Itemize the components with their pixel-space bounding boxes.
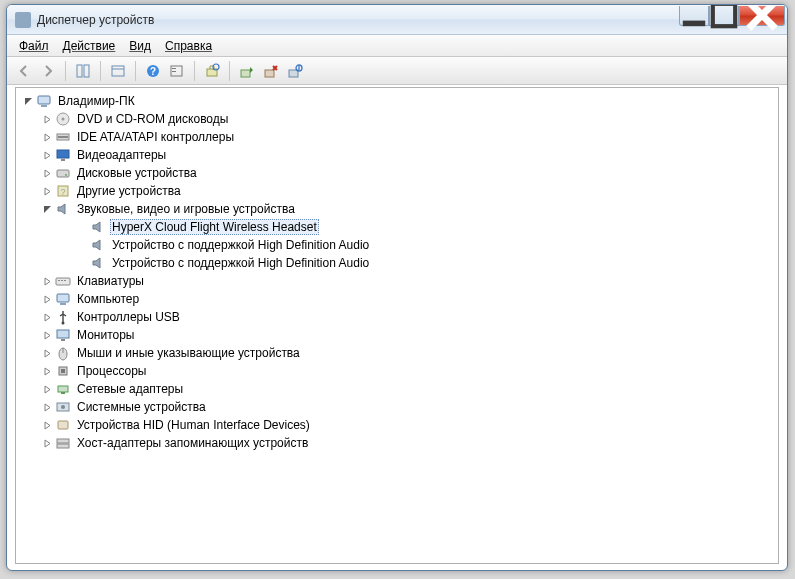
sound-icon [90, 255, 106, 271]
svg-rect-15 [289, 70, 298, 77]
scan-hardware-button[interactable] [201, 60, 223, 82]
tree-device-label: Устройство с поддержкой High Definition … [110, 255, 371, 271]
maximize-button[interactable] [709, 6, 739, 26]
svg-text:?: ? [150, 66, 156, 77]
menubar: Файл Действие Вид Справка [7, 35, 787, 57]
expander-icon[interactable] [41, 131, 53, 143]
expander-icon[interactable] [41, 365, 53, 377]
toolbar-separator [65, 61, 66, 81]
disable-button[interactable] [284, 60, 306, 82]
tree-category[interactable]: Устройства HID (Human Interface Devices) [18, 416, 776, 434]
disc-icon [55, 111, 71, 127]
svg-rect-37 [61, 339, 65, 341]
expander-none [76, 221, 88, 233]
expander-icon[interactable] [41, 113, 53, 125]
expander-none [76, 257, 88, 269]
expander-icon[interactable] [41, 149, 53, 161]
tree-category-label: DVD и CD-ROM дисководы [75, 111, 230, 127]
tree-category[interactable]: Звуковые, видео и игровые устройства [18, 200, 776, 218]
sound-icon [55, 201, 71, 217]
help-button[interactable]: ? [142, 60, 164, 82]
sound-icon [90, 219, 106, 235]
expander-icon[interactable] [41, 275, 53, 287]
expander-icon[interactable] [41, 311, 53, 323]
tree-category[interactable]: Видеоадаптеры [18, 146, 776, 164]
uninstall-button[interactable] [260, 60, 282, 82]
show-hide-tree-button[interactable] [72, 60, 94, 82]
titlebar[interactable]: Диспетчер устройств [7, 5, 787, 35]
other-icon: ? [55, 183, 71, 199]
tree-category[interactable]: Контроллеры USB [18, 308, 776, 326]
svg-rect-10 [172, 71, 176, 72]
expander-icon[interactable] [41, 293, 53, 305]
tree-category[interactable]: Мыши и иные указывающие устройства [18, 344, 776, 362]
expander-icon[interactable] [41, 185, 53, 197]
expander-icon[interactable] [22, 95, 34, 107]
tree-category-label: Хост-адаптеры запоминающих устройств [75, 435, 310, 451]
tree-category-label: Компьютер [75, 291, 141, 307]
svg-rect-18 [41, 105, 47, 107]
toolbar-separator [229, 61, 230, 81]
tree-category[interactable]: Мониторы [18, 326, 776, 344]
mouse-icon [55, 345, 71, 361]
svg-rect-1 [713, 4, 735, 26]
tree-category[interactable]: IDE ATA/ATAPI контроллеры [18, 128, 776, 146]
storage-icon [55, 435, 71, 451]
tree-category-label: Мониторы [75, 327, 136, 343]
minimize-button[interactable] [679, 6, 709, 26]
expander-icon[interactable] [41, 203, 53, 215]
tree-root[interactable]: Владимир-ПК [18, 92, 776, 110]
usb-icon [55, 309, 71, 325]
expander-icon[interactable] [41, 401, 53, 413]
properties-button[interactable] [107, 60, 129, 82]
svg-rect-3 [84, 65, 89, 77]
menu-action[interactable]: Действие [63, 39, 116, 53]
menu-help[interactable]: Справка [165, 39, 212, 53]
svg-rect-32 [64, 280, 66, 281]
svg-rect-14 [265, 70, 274, 77]
toolbar-separator [194, 61, 195, 81]
tree-category[interactable]: Клавиатуры [18, 272, 776, 290]
action-button[interactable] [166, 60, 188, 82]
back-button[interactable] [13, 60, 35, 82]
expander-icon[interactable] [41, 437, 53, 449]
tree-category[interactable]: Системные устройства [18, 398, 776, 416]
svg-rect-0 [683, 21, 705, 27]
close-button[interactable] [739, 6, 785, 26]
forward-button[interactable] [37, 60, 59, 82]
tree-category[interactable]: Хост-адаптеры запоминающих устройств [18, 434, 776, 452]
expander-icon[interactable] [41, 419, 53, 431]
expander-icon[interactable] [41, 329, 53, 341]
tree-device-label: Устройство с поддержкой High Definition … [110, 237, 371, 253]
tree-category-label: Другие устройства [75, 183, 183, 199]
hid-icon [55, 417, 71, 433]
svg-rect-31 [61, 280, 63, 281]
expander-icon[interactable] [41, 167, 53, 179]
svg-rect-42 [58, 386, 68, 392]
cpu-icon [55, 363, 71, 379]
tree-category[interactable]: Процессоры [18, 362, 776, 380]
svg-point-35 [62, 322, 65, 325]
disk-icon [55, 165, 71, 181]
tree-category-label: Устройства HID (Human Interface Devices) [75, 417, 312, 433]
tree-category[interactable]: Сетевые адаптеры [18, 380, 776, 398]
menu-view[interactable]: Вид [129, 39, 151, 53]
tree-panel[interactable]: Владимир-ПКDVD и CD-ROM дисководыIDE ATA… [15, 87, 779, 564]
tree-device[interactable]: Устройство с поддержкой High Definition … [18, 236, 776, 254]
tree-device[interactable]: Устройство с поддержкой High Definition … [18, 254, 776, 272]
expander-none [76, 239, 88, 251]
computer-icon [55, 291, 71, 307]
svg-point-26 [65, 174, 67, 176]
tree-category[interactable]: Дисковые устройства [18, 164, 776, 182]
tree-category-label: IDE ATA/ATAPI контроллеры [75, 129, 236, 145]
menu-file[interactable]: Файл [19, 39, 49, 53]
tree-category[interactable]: DVD и CD-ROM дисководы [18, 110, 776, 128]
tree-category[interactable]: Компьютер [18, 290, 776, 308]
expander-icon[interactable] [41, 347, 53, 359]
update-driver-button[interactable] [236, 60, 258, 82]
expander-icon[interactable] [41, 383, 53, 395]
tree-device[interactable]: HyperX Cloud Flight Wireless Headset [18, 218, 776, 236]
svg-point-20 [62, 118, 65, 121]
tree-category[interactable]: ?Другие устройства [18, 182, 776, 200]
svg-rect-41 [61, 369, 65, 373]
